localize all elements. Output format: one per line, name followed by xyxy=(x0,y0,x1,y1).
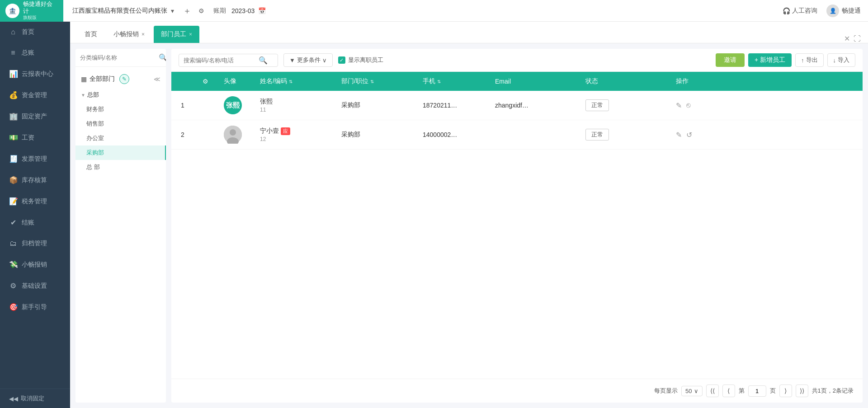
headset-icon: 🎧 xyxy=(783,7,790,14)
table-settings-icon[interactable]: ⚙ xyxy=(203,78,208,85)
col-phone[interactable]: 手机 ⇅ xyxy=(415,72,488,91)
emp-table: ⚙ 头像 姓名/编码 ⇅ 部门/职位 ⇅ xyxy=(171,72,863,379)
col-name-code[interactable]: 姓名/编码 ⇅ xyxy=(253,72,334,91)
inventory-icon: 📦 xyxy=(9,176,17,184)
col-dept-position[interactable]: 部门/职位 ⇅ xyxy=(334,72,415,91)
calendar-icon[interactable]: 📅 xyxy=(258,7,266,14)
page-size-select[interactable]: 50 ∨ xyxy=(681,386,702,396)
prev-page-button[interactable]: ⟨ xyxy=(722,385,735,397)
sidebar-item-home[interactable]: ⌂ 首页 xyxy=(0,22,70,42)
tab-expense-close[interactable]: × xyxy=(142,31,145,38)
dept-collapse-icon[interactable]: ≪ xyxy=(154,75,160,83)
last-page-button[interactable]: ⟩⟩ xyxy=(796,385,808,397)
total-label: 共1页，2条记录 xyxy=(812,387,854,395)
tab-expense-label: 小畅报销 xyxy=(113,30,139,38)
sidebar-item-guide[interactable]: 🎯 新手引导 xyxy=(0,296,70,318)
next-page-button[interactable]: ⟩ xyxy=(779,385,792,397)
sidebar-item-inventory[interactable]: 📦 库存核算 xyxy=(0,169,70,191)
row1-status: 正常 xyxy=(578,91,669,120)
all-dept-item[interactable]: ▦ 全部部门 ✎ ≪ xyxy=(75,70,166,88)
sidebar-item-expense[interactable]: 💸 小畅报销 xyxy=(0,254,70,275)
row1-edit-icon[interactable]: ✎ xyxy=(676,101,682,110)
row1-code: 11 xyxy=(260,107,327,113)
page-number-input[interactable] xyxy=(748,385,766,397)
close-window-btn[interactable]: ✕ xyxy=(844,34,850,43)
emp-search-icon[interactable]: 🔍 xyxy=(259,56,268,65)
dept-sales[interactable]: 销售部 xyxy=(75,117,166,131)
employee-table: ⚙ 头像 姓名/编码 ⇅ 部门/职位 ⇅ xyxy=(171,72,863,150)
emp-toolbar: 🔍 ▼ 更多条件 ∨ ✓ 显示离职员工 邀请 xyxy=(171,49,863,72)
row2-name: 宁小壹 xyxy=(260,127,279,135)
table-row: 2 xyxy=(171,120,863,150)
show-resigned-area: ✓ 显示离职员工 xyxy=(338,56,383,64)
col-phone-label: 手机 xyxy=(423,77,435,84)
service-button[interactable]: 🎧 人工咨询 xyxy=(783,7,817,15)
sidebar-item-ledger[interactable]: ≡ 总账 xyxy=(0,42,70,63)
dept-search-input[interactable] xyxy=(80,54,156,61)
more-filter-label: 更多条件 xyxy=(297,56,321,64)
cancel-pin-button[interactable]: ◀◀ 取消固定 xyxy=(0,389,70,408)
sidebar-item-report[interactable]: 📊 云报表中心 xyxy=(0,63,70,84)
row2-refresh-icon[interactable]: ↺ xyxy=(686,131,692,139)
tab-employee-close[interactable]: × xyxy=(189,31,192,38)
show-resigned-checkbox[interactable]: ✓ xyxy=(338,56,345,64)
row2-avatar xyxy=(224,126,242,144)
row1-name: 张熙 xyxy=(260,98,327,106)
table-head: ⚙ 头像 姓名/编码 ⇅ 部门/职位 ⇅ xyxy=(171,72,863,91)
table-row: 1 张熙 张熙 11 采购部 18720211… xyxy=(171,91,863,120)
import-label: 导入 xyxy=(838,56,849,64)
row1-delete-icon[interactable]: ⎋ xyxy=(686,101,691,110)
company-name: 江西服宝精品有限责任公司内账张 xyxy=(72,7,167,15)
row2-index: 2 xyxy=(171,120,194,150)
tab-bar: 首页 小畅报销 × 部门员工 × ✕ ⛶ xyxy=(70,22,868,43)
user-name: 畅捷通 xyxy=(842,7,861,15)
tab-home-label: 首页 xyxy=(85,30,97,38)
tab-employee[interactable]: 部门员工 × xyxy=(154,26,199,43)
dept-finance[interactable]: 财务部 xyxy=(75,102,166,117)
add-company-icon[interactable]: ＋ xyxy=(183,5,191,16)
import-icon: ↓ xyxy=(833,57,836,64)
row2-actions: ✎ ↺ xyxy=(669,120,863,150)
tab-home[interactable]: 首页 xyxy=(77,26,104,43)
sidebar-label-report: 云报表中心 xyxy=(22,70,53,78)
pin-icon: ◀◀ xyxy=(9,395,18,402)
employee-panel: 🔍 ▼ 更多条件 ∨ ✓ 显示离职员工 邀请 xyxy=(171,49,863,403)
sidebar-item-salary[interactable]: 💵 工资 xyxy=(0,127,70,148)
dept-search-icon[interactable]: 🔍 xyxy=(159,53,166,62)
dept-office[interactable]: 办公室 xyxy=(75,131,166,145)
sidebar-item-archive[interactable]: 🗂 归档管理 xyxy=(0,233,70,254)
dept-edit-button[interactable]: ✎ xyxy=(119,74,129,84)
sidebar-item-closing[interactable]: ✔ 结账 xyxy=(0,212,70,233)
import-button[interactable]: ↓ 导入 xyxy=(827,53,856,67)
salary-icon: 💵 xyxy=(9,133,17,142)
tab-expense[interactable]: 小畅报销 × xyxy=(106,26,152,43)
settings-icon[interactable]: ⚙ xyxy=(198,7,204,14)
row2-edit-icon[interactable]: ✎ xyxy=(676,131,682,139)
sidebar-item-settings[interactable]: ⚙ 基础设置 xyxy=(0,275,70,296)
col-actions: 操作 xyxy=(669,72,863,91)
emp-search-input[interactable] xyxy=(184,57,256,64)
add-employee-button[interactable]: + 新增员工 xyxy=(748,53,792,67)
dept-purchase[interactable]: 采购部 xyxy=(75,145,166,160)
dept-hq[interactable]: ▼ 总部 xyxy=(75,88,166,102)
sidebar-item-tax[interactable]: 📝 税务管理 xyxy=(0,191,70,212)
sidebar-item-fixed[interactable]: 🏢 固定资产 xyxy=(0,106,70,127)
search-box: 🔍 xyxy=(179,54,278,67)
maximize-window-btn[interactable]: ⛶ xyxy=(854,35,861,43)
more-filter-button[interactable]: ▼ 更多条件 ∨ xyxy=(283,53,333,67)
settings-gear-icon: ⚙ xyxy=(9,281,17,290)
dept-general[interactable]: 总 部 xyxy=(75,160,166,174)
user-area[interactable]: 👤 畅捷通 xyxy=(826,5,861,17)
guide-icon: 🎯 xyxy=(9,303,17,311)
capital-icon: 💰 xyxy=(9,91,17,99)
invite-button[interactable]: 邀请 xyxy=(716,53,745,67)
row2-phone: 14000002… xyxy=(415,120,488,150)
dept-tree: ▦ 全部部门 ✎ ≪ ▼ 总部 财务部 销售部 xyxy=(75,67,166,403)
export-button[interactable]: ↑ 导出 xyxy=(795,53,824,67)
company-dropdown-icon[interactable]: ▾ xyxy=(171,7,174,14)
first-page-button[interactable]: ⟨⟨ xyxy=(706,385,719,397)
sidebar-item-invoice[interactable]: 🧾 发票管理 xyxy=(0,148,70,169)
page-unit: 页 xyxy=(770,387,776,395)
sidebar-item-capital[interactable]: 💰 资金管理 xyxy=(0,84,70,106)
pagination-bar: 每页显示 50 ∨ ⟨⟨ ⟨ 第 页 ⟩ ⟩⟩ 共1页，2条记录 xyxy=(171,379,863,403)
